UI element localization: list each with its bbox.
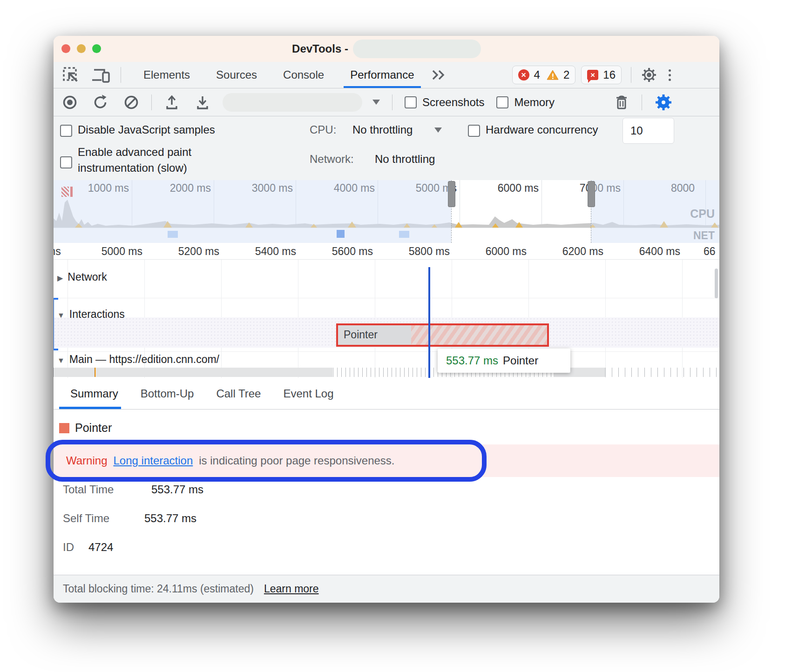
pointer-color-swatch bbox=[59, 423, 69, 433]
upload-profile-icon[interactable] bbox=[163, 94, 181, 111]
device-toolbar-icon[interactable] bbox=[91, 66, 111, 84]
memory-label: Memory bbox=[514, 96, 555, 109]
advanced-paint-checkbox[interactable] bbox=[60, 156, 72, 168]
vertical-scrollbar-thumb[interactable] bbox=[715, 269, 718, 298]
error-icon: ✕ bbox=[518, 69, 529, 81]
row-divider bbox=[54, 298, 719, 298]
collapse-right-icon[interactable]: ▶ bbox=[57, 274, 63, 282]
ruler-tick: ms bbox=[54, 245, 64, 258]
issues-badge[interactable]: ✕ 16 bbox=[581, 66, 622, 84]
summary-row-label: Total Time bbox=[63, 483, 114, 496]
interaction-pointer-bar[interactable]: Pointer bbox=[336, 323, 549, 347]
tab-call-tree[interactable]: Call Tree bbox=[205, 378, 272, 409]
playhead-line bbox=[428, 267, 430, 378]
issues-count: 16 bbox=[603, 68, 616, 81]
hardware-concurrency-label: Hardware concurrency bbox=[486, 123, 598, 136]
long-interaction-link[interactable]: Long interaction bbox=[113, 454, 193, 467]
record-icon[interactable] bbox=[61, 94, 79, 111]
divider bbox=[631, 67, 631, 83]
performance-toolbar: Screenshots Memory bbox=[54, 88, 719, 116]
devtools-window: DevTools - Elements Sources Console Perf… bbox=[54, 36, 719, 603]
inspect-element-icon[interactable] bbox=[62, 66, 80, 84]
hardware-concurrency-checkbox[interactable] bbox=[468, 125, 480, 137]
network-track-header[interactable]: ▶Network bbox=[57, 271, 107, 283]
screenshot-stage: { "window": { "title": "DevTools -" }, "… bbox=[0, 0, 785, 672]
memory-toggle: Memory bbox=[496, 96, 555, 109]
history-dropdown-redacted[interactable] bbox=[223, 93, 362, 112]
flame-minimap-orange-tick bbox=[95, 368, 96, 377]
divider bbox=[151, 94, 152, 110]
tab-elements[interactable]: Elements bbox=[130, 62, 203, 88]
warning-row: Warning Long interaction is indicating p… bbox=[54, 444, 719, 477]
timeline-overview[interactable]: 1000 ms 2000 ms 3000 ms 4000 ms 5000 ms … bbox=[54, 180, 719, 243]
tab-event-log[interactable]: Event Log bbox=[272, 378, 345, 409]
collapse-down-icon[interactable]: ▼ bbox=[57, 311, 65, 319]
main-track-header[interactable]: ▼Main — https://edition.cnn.com/ bbox=[57, 353, 219, 366]
overview-tick: 6000 ms bbox=[487, 182, 539, 195]
pointer-tooltip: 553.77 ms Pointer bbox=[438, 349, 570, 373]
tab-console[interactable]: Console bbox=[270, 62, 337, 88]
tooltip-duration: 553.77 ms bbox=[446, 354, 498, 367]
clear-icon[interactable] bbox=[122, 94, 140, 111]
tooltip-label: Pointer bbox=[503, 354, 538, 367]
cpu-select-arrow-icon[interactable] bbox=[434, 128, 442, 133]
cpu-label: CPU: bbox=[310, 123, 336, 136]
issues-icon: ✕ bbox=[587, 70, 598, 80]
divider bbox=[121, 67, 121, 83]
ruler-tick: 6200 ms bbox=[555, 245, 603, 258]
overview-dim-left bbox=[54, 180, 451, 243]
ruler-tick: 66 bbox=[704, 245, 716, 258]
advanced-paint-label-line2: instrumentation (slow) bbox=[78, 161, 187, 175]
memory-checkbox[interactable] bbox=[496, 96, 508, 108]
error-count: 4 bbox=[534, 68, 540, 81]
learn-more-link[interactable]: Learn more bbox=[264, 583, 319, 595]
cpu-throttling-select[interactable]: No throttling bbox=[352, 123, 413, 136]
summary-row-value: 553.77 ms bbox=[151, 483, 203, 496]
more-tabs-icon[interactable] bbox=[430, 69, 447, 81]
selection-handle-left[interactable] bbox=[448, 181, 455, 207]
download-profile-icon[interactable] bbox=[194, 94, 211, 111]
screenshots-checkbox[interactable] bbox=[405, 96, 417, 108]
hardware-concurrency-input[interactable]: 10 bbox=[623, 118, 674, 144]
capture-settings-pane: Disable JavaScript samples CPU: No throt… bbox=[54, 116, 719, 181]
main-toolbar: Elements Sources Console Performance ✕ 4… bbox=[54, 62, 719, 88]
selection-handle-right[interactable] bbox=[588, 181, 595, 207]
ruler-tick: 6000 ms bbox=[478, 245, 527, 258]
screenshots-toggle: Screenshots bbox=[405, 96, 484, 109]
redacted-page-title bbox=[353, 40, 481, 58]
advanced-paint-label-line1: Enable advanced paint bbox=[78, 146, 191, 159]
errors-warnings-badge[interactable]: ✕ 4 2 bbox=[512, 66, 576, 84]
interactions-selection-bracket bbox=[54, 298, 58, 350]
summary-event-title: Pointer bbox=[75, 421, 112, 435]
warning-icon bbox=[547, 69, 559, 81]
footer-bar: Total blocking time: 24.11ms (estimated)… bbox=[54, 575, 719, 603]
network-label: Network: bbox=[310, 153, 354, 166]
summary-row-value: 553.77 ms bbox=[144, 512, 196, 525]
titlebar: DevTools - bbox=[54, 36, 719, 62]
ruler-tick: 5800 ms bbox=[401, 245, 450, 258]
summary-pane: Pointer Warning Long interaction is indi… bbox=[54, 410, 719, 575]
total-blocking-time-text: Total blocking time: 24.11ms (estimated) bbox=[63, 583, 254, 595]
tab-performance[interactable]: Performance bbox=[337, 62, 427, 88]
ruler-tick: 6400 ms bbox=[631, 245, 680, 258]
summary-row-value: 4724 bbox=[88, 541, 113, 554]
collapse-down-icon[interactable]: ▼ bbox=[57, 356, 65, 364]
trash-icon[interactable] bbox=[614, 94, 629, 111]
disable-js-samples-checkbox[interactable] bbox=[60, 125, 72, 137]
history-dropdown-arrow-icon[interactable] bbox=[372, 100, 380, 105]
summary-row-label: Self Time bbox=[63, 512, 109, 525]
network-throttling-select[interactable]: No throttling bbox=[375, 153, 435, 166]
settings-gear-icon[interactable] bbox=[641, 67, 657, 83]
warning-description: is indicating poor page responsiveness. bbox=[199, 454, 394, 467]
timeline-tracks[interactable]: ms 5000 ms 5200 ms 5400 ms 5600 ms 5800 … bbox=[54, 243, 719, 378]
ruler-tick: 5400 ms bbox=[247, 245, 296, 258]
warning-label: Warning bbox=[66, 454, 107, 467]
ruler-tick: 5000 ms bbox=[94, 245, 142, 258]
tab-sources[interactable]: Sources bbox=[203, 62, 270, 88]
tab-bottom-up[interactable]: Bottom-Up bbox=[129, 378, 205, 409]
tab-summary[interactable]: Summary bbox=[59, 378, 129, 409]
capture-settings-gear-icon[interactable] bbox=[654, 93, 673, 112]
interactions-track-header[interactable]: ▼Interactions bbox=[57, 308, 125, 321]
kebab-menu-icon[interactable] bbox=[667, 67, 673, 83]
reload-record-icon[interactable] bbox=[92, 94, 109, 111]
